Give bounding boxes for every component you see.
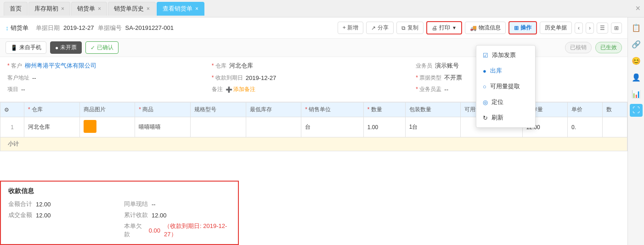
address-label: 客户地址 (7, 74, 29, 82)
dropdown-available[interactable]: ○ 可用量提取 (476, 79, 535, 94)
gear-icon: ⚙ (4, 107, 9, 113)
share-icon: ↗ (371, 25, 376, 31)
grid-view-button[interactable]: ⊞ (611, 23, 622, 34)
add-note-button[interactable]: ➕ 添加备注 (226, 85, 255, 93)
payment-settlement: 同单现结 -- (124, 200, 231, 208)
print-icon: 🖨 (432, 25, 437, 31)
next-button[interactable]: › (586, 23, 594, 34)
tab-home[interactable]: 首页 (4, 2, 28, 16)
history-button[interactable]: 历史单据 (540, 22, 572, 34)
date-label: 单据日期 (36, 24, 60, 32)
payment-deal: 成交金额 12.00 (8, 211, 115, 219)
settlement-label: 同单现结 (124, 200, 148, 208)
customer-value[interactable]: 柳州粤港平安气体有限公司 (25, 62, 96, 70)
row-price: 0. (567, 117, 602, 137)
row-product-img (79, 117, 135, 137)
cancelled-badge[interactable]: 已核销 (565, 42, 592, 53)
staff-label: 业务员 (416, 62, 432, 70)
deal-label: 成交金额 (8, 211, 32, 219)
sidebar-doc-icon[interactable]: 📋 (630, 21, 643, 34)
subtotal-row: 小计 (0, 137, 627, 151)
tab-bar: 首页 库存期初 × 销货单 × 销货单历史 × 查看销货单 × × (0, 0, 644, 17)
dropdown-arrow-icon: ▼ (452, 25, 457, 30)
radio-empty-icon: ○ (483, 83, 486, 90)
doc-type: ↕ 销货单 (6, 24, 28, 32)
right-sidebar: 📋 🔗 😊 👤 📊 ⛶ (627, 17, 644, 245)
effective-badge[interactable]: 已生效 (595, 42, 622, 53)
customer-label: 客户 (7, 62, 22, 70)
col-product: * 商品 (135, 103, 191, 117)
confirm-button[interactable]: ✓ 已确认 (85, 41, 119, 54)
sidebar-user-icon[interactable]: 👤 (630, 71, 643, 84)
cumulative-label: 累计收款 (124, 211, 148, 219)
dropdown-add-invoice[interactable]: ☑ 添加发票 (476, 47, 535, 63)
product-image (84, 120, 96, 133)
operation-icon: ⊞ (514, 25, 519, 31)
payment-grid: 金额合计 12.00 同单现结 -- 成交金额 12.00 累计收款 12.00… (8, 200, 231, 239)
row-extra (603, 117, 627, 137)
col-product-img: 商品图片 (79, 103, 135, 117)
add-button[interactable]: + 新增 (338, 22, 363, 34)
tab-sales-history-label: 销货单历史 (114, 5, 144, 13)
no-value: SA-20191227-001 (125, 24, 174, 31)
col-sales-unit: * 销售单位 (301, 103, 364, 117)
due-text: （收款到期日: 2019-12-27） (164, 222, 231, 239)
tab-sales-history-close[interactable]: × (147, 6, 150, 12)
project-value: -- (21, 86, 25, 93)
tab-inventory[interactable]: 库存期初 × (28, 2, 70, 16)
col-warehouse: * 仓库 (24, 103, 79, 117)
operation-dropdown: ☑ 添加发票 ● 出库 ○ 可用量提取 ◎ 定位 ↻ 刷新 (476, 45, 536, 128)
address-value: -- (32, 74, 36, 81)
project-field: 项目 -- (7, 85, 212, 93)
row-pack-qty: 1台 (405, 117, 461, 137)
refresh-icon: ↻ (483, 114, 488, 121)
total-label: 金额合计 (8, 200, 32, 208)
col-extra: 数 (603, 103, 627, 117)
window-close-button[interactable]: × (635, 4, 640, 13)
list-view-button[interactable]: ☰ (597, 23, 608, 34)
doc-meta: 单据日期 2019-12-27 单据编号 SA-20191227-001 (36, 24, 174, 32)
due-date-label: 收款到期日 (212, 74, 243, 82)
no-label: 单据编号 (98, 24, 122, 32)
cumulative-value: 12.00 (152, 212, 167, 219)
ticket-type-label: 票据类型 (416, 74, 441, 82)
confirm-icon: ✓ (90, 45, 95, 51)
salesman-value: -- (444, 86, 448, 93)
tab-sales[interactable]: 销货单 × (71, 2, 107, 16)
doc-type-label: 销货单 (11, 24, 28, 32)
warehouse-label: 仓库 (212, 62, 226, 70)
tab-view-sales-close[interactable]: × (195, 6, 198, 12)
date-value: 2019-12-27 (63, 24, 94, 31)
row-min-stock (246, 117, 301, 137)
sidebar-face-icon[interactable]: 😊 (630, 54, 643, 67)
tab-sales-close[interactable]: × (98, 6, 101, 12)
row-sales-unit: 台 (301, 117, 364, 137)
col-qty: * 数量 (363, 103, 405, 117)
not-open-icon: ● (55, 45, 58, 51)
sidebar-link-icon[interactable]: 🔗 (630, 38, 643, 51)
share-button[interactable]: ↗ 分享 (366, 22, 394, 34)
from-phone-button[interactable]: 📱 来自手机 (6, 41, 46, 54)
dropdown-outbound[interactable]: ● 出库 (476, 63, 535, 79)
tab-view-sales[interactable]: 查看销货单 × (157, 2, 204, 16)
tab-sales-history[interactable]: 销货单历史 × (108, 2, 156, 16)
sidebar-chart-icon[interactable]: 📊 (630, 87, 643, 100)
col-gear[interactable]: ⚙ (0, 103, 24, 117)
project-label: 项目 (7, 85, 18, 93)
dropdown-refresh[interactable]: ↻ 刷新 (476, 110, 535, 125)
logistics-button[interactable]: 🚚 物流信息 (465, 22, 506, 34)
tab-home-label: 首页 (10, 5, 22, 13)
staff-value: 演示账号 (435, 62, 459, 70)
print-button[interactable]: 🖨 打印 ▼ (426, 21, 462, 34)
owed-label: 本单欠款 (124, 222, 145, 239)
row-num: 1 (0, 117, 24, 137)
dropdown-locate[interactable]: ◎ 定位 (476, 94, 535, 110)
not-open-button[interactable]: ● 未开票 (50, 41, 82, 54)
content-area: ↕ 销货单 单据日期 2019-12-27 单据编号 SA-20191227-0… (0, 17, 627, 245)
sidebar-expand-icon[interactable]: ⛶ (630, 104, 643, 117)
operation-button[interactable]: ⊞ 操作 (508, 21, 537, 34)
tab-inventory-close[interactable]: × (61, 6, 64, 12)
settlement-value: -- (152, 201, 156, 208)
prev-button[interactable]: ‹ (575, 23, 583, 34)
copy-button[interactable]: ⧉ 复制 (396, 22, 424, 34)
